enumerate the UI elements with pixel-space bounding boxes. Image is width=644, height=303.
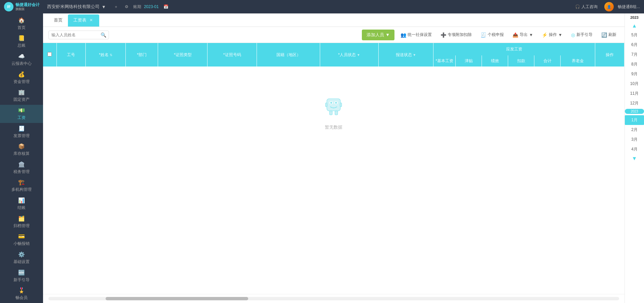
sidebar-item-inventory[interactable]: 📦 库存核算 [0,141,43,159]
period-value[interactable]: 2023-01 [144,4,159,9]
tab-bar: 首页 工资表 ✕ [43,13,624,27]
ledger-icon: 📒 [18,35,25,41]
month-item-4[interactable]: 4月 [625,144,644,154]
sidebar-item-invoice[interactable]: 🧾 发票管理 [0,123,43,141]
month-item-1[interactable]: 1月 [625,115,644,125]
search-input[interactable] [51,33,99,37]
th-checkbox[interactable] [43,43,56,67]
th-report-status[interactable]: 报送状态 [378,43,433,67]
th-person-status[interactable]: *人员状态 [320,43,378,67]
sidebar-item-ledger[interactable]: 📒 总账 [0,33,43,51]
guide-action[interactable]: ◎ 新手引导 [568,30,595,39]
vip-icon: 🎖️ [18,287,25,294]
search-icon[interactable]: 🔍 [101,32,106,38]
search-wrap: 🔍 [48,31,109,39]
tax-icon: 🏛️ [18,161,25,168]
service-button[interactable]: 🎧 人工咨询 [572,3,600,11]
empty-text: 暂无数据 [325,124,342,130]
table-wrap: 工号 *姓名 *部门 *证照类型 *证照号码 国籍（地区） *人员状态 报送状态… [43,43,624,294]
month-nav-up[interactable]: ▲ [631,21,639,30]
user-avatar[interactable]: 👤 [604,2,614,11]
sidebar-item-salary[interactable]: 💵 工资 [0,105,43,123]
social-label: 统一社保设置 [408,32,432,38]
select-all-checkbox[interactable] [47,52,52,56]
sidebar-item-home[interactable]: 🏠 首页 [0,15,43,33]
add-company-button[interactable]: ＋ [112,3,120,11]
sidebar-label-cloud: 云报表中心 [11,61,32,67]
sidebar-label-expense: 小畅报销 [13,241,30,247]
operate-action[interactable]: ⚡ 操作 ▼ [539,30,565,39]
settings-button[interactable]: ⚙ [123,3,130,10]
operate-label: 操作 [549,32,557,38]
calendar-icon[interactable]: 📅 [161,3,171,10]
company-selector[interactable]: 西安虾米网络科技有限公司 ▼ [44,2,109,11]
tab-home[interactable]: 首页 [48,14,68,27]
guide-icon: 🆕 [18,269,25,276]
company-name: 西安虾米网络科技有限公司 [47,4,100,10]
refresh-action[interactable]: 🔄 刷新 [599,30,619,39]
inventory-icon: 📦 [18,143,25,149]
tab-close-button[interactable]: ✕ [88,17,94,23]
personal-tax-action[interactable]: 🧾 个税申报 [478,30,506,39]
add-people-button[interactable]: 添加人员 ▼ [362,30,394,40]
sidebar-item-assets[interactable]: 🏢 固定资产 [0,87,43,105]
th-pension: 养老金 [561,55,595,67]
sidebar-item-tax[interactable]: 🏛️ 税务管理 [0,159,43,177]
sidebar-label-ledger: 总账 [17,43,26,48]
main-layout: 🏠 首页 📒 总账 ☁️ 云报表中心 💰 资金管理 🏢 固定资产 💵 工资 🧾 … [0,13,644,303]
sidebar-label-inventory: 库存核算 [13,151,30,157]
th-name[interactable]: *姓名 [85,43,125,67]
tab-home-label: 首页 [54,17,63,23]
bottom-scrollbar-thumb [106,297,248,300]
expense-icon: 💳 [18,233,25,240]
home-icon: 🏠 [18,17,25,24]
month-item-6[interactable]: 6月 [625,40,644,50]
month-item-8[interactable]: 8月 [625,59,644,69]
right-panel-year-label: 2023 [629,13,640,21]
social-icon: 👥 [401,32,406,38]
svg-rect-8 [335,111,338,115]
export-action[interactable]: 📤 导出 ▼ [510,30,536,39]
sidebar-label-salary: 工资 [17,115,26,121]
user-name[interactable]: 畅捷通B组... [618,4,640,10]
month-item-11[interactable]: 11月 [625,89,644,98]
sidebar-item-archive[interactable]: 🗂️ 归档管理 [0,213,43,231]
sidebar-item-funds[interactable]: 💰 资金管理 [0,69,43,87]
sidebar-item-expense[interactable]: 💳 小畅报销 [0,231,43,249]
bottom-scrollbar[interactable] [48,297,619,300]
month-item-2[interactable]: 2月 [625,125,644,135]
logo-text-area: 畅捷通好会计 旗舰版 [15,2,40,11]
add-people-label: 添加人员 [367,32,384,38]
service-label: 人工咨询 [581,4,598,10]
month-item-10[interactable]: 10月 [625,79,644,89]
th-allowance: 津贴 [456,55,482,67]
sidebar-item-guide[interactable]: 🆕 新手引导 [0,267,43,285]
sidebar-label-archive: 归档管理 [13,223,30,229]
month-item-12[interactable]: 12月 [625,98,644,108]
tax-deduct-action[interactable]: ➕ 专项附加扣除 [438,30,475,39]
add-people-dropdown-icon: ▼ [385,32,390,37]
refresh-icon: 🔄 [601,32,607,38]
tab-salary-table[interactable]: 工资表 ✕ [68,14,99,27]
svg-rect-6 [340,103,342,107]
sidebar-item-vip[interactable]: 🎖️ 畅会员 [0,285,43,303]
month-nav-down[interactable]: ▼ [631,154,639,163]
sidebar-item-cloud[interactable]: ☁️ 云报表中心 [0,51,43,69]
sidebar-item-settle[interactable]: 📊 结账 [0,195,43,213]
bottom-scrollbar-area [43,294,624,303]
month-item-7[interactable]: 7月 [625,50,644,59]
sidebar-item-multi[interactable]: 🏗️ 多机构管理 [0,177,43,195]
month-item-5[interactable]: 5月 [625,30,644,40]
empty-row: 暂无数据 [43,67,624,157]
empty-area: 暂无数据 [43,67,624,157]
export-icon: 📤 [513,32,518,38]
sidebar-label-assets: 固定资产 [13,97,30,102]
month-item-3[interactable]: 3月 [625,135,644,144]
social-settings-action[interactable]: 👥 统一社保设置 [398,30,434,39]
app-name: 畅捷通好会计 [15,2,40,7]
month-item-9[interactable]: 9月 [625,69,644,79]
export-dropdown-icon: ▼ [529,33,533,37]
sidebar-item-settings[interactable]: ⚙️ 基础设置 [0,249,43,267]
th-dept: *部门 [126,43,158,67]
settings-side-icon: ⚙️ [18,251,25,258]
